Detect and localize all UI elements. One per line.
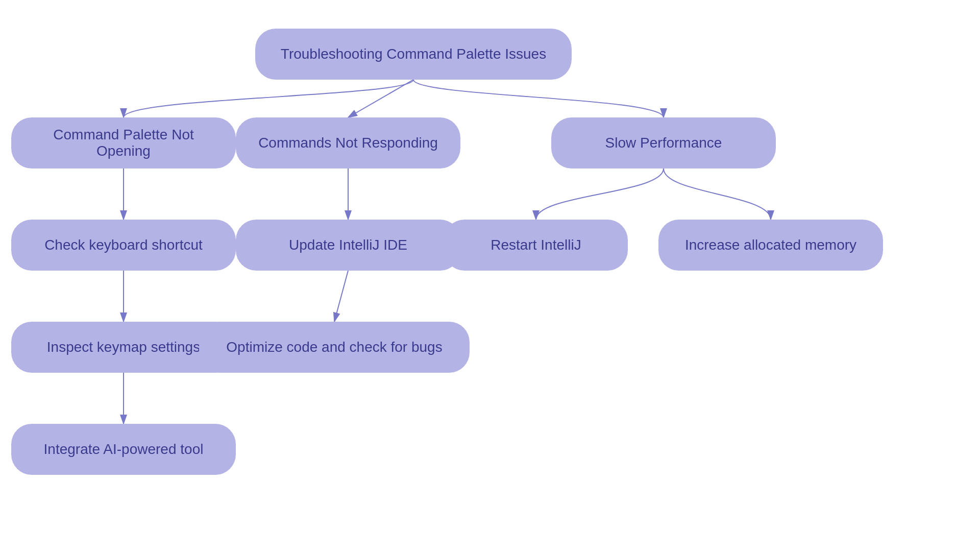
optimize-code-node: Optimize code and check for bugs bbox=[199, 322, 470, 373]
increase-memory-node: Increase allocated memory bbox=[658, 220, 883, 271]
integrate-ai-node: Integrate AI-powered tool bbox=[11, 424, 236, 475]
update-intellij-node: Update IntelliJ IDE bbox=[236, 220, 460, 271]
svg-line-5 bbox=[334, 271, 348, 322]
restart-intellij-node: Restart IntelliJ bbox=[444, 220, 628, 271]
diagram: Troubleshooting Command Palette Issues C… bbox=[0, 0, 980, 553]
slow-performance-node: Slow Performance bbox=[551, 117, 776, 169]
not-opening-node: Command Palette Not Opening bbox=[11, 117, 236, 169]
not-responding-node: Commands Not Responding bbox=[236, 117, 460, 169]
root-node: Troubleshooting Command Palette Issues bbox=[255, 29, 572, 80]
check-keyboard-node: Check keyboard shortcut bbox=[11, 220, 236, 271]
